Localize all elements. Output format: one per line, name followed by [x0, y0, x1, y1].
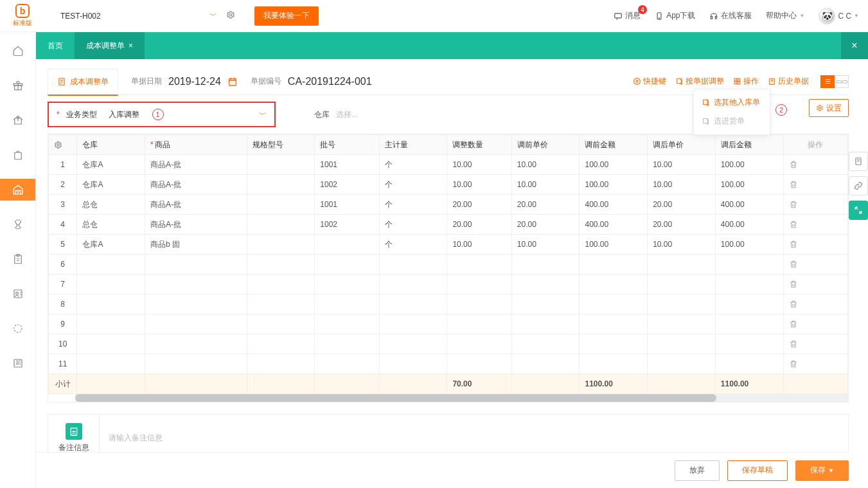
col-post-price[interactable]: 调后单价 — [648, 135, 716, 155]
cell-batch[interactable] — [315, 334, 379, 354]
close-icon[interactable]: × — [128, 41, 133, 50]
cell-product[interactable]: 商品A-批 — [145, 195, 247, 215]
col-spec[interactable]: 规格型号 — [247, 135, 315, 155]
cell-unit[interactable]: 个 — [379, 195, 447, 215]
cell-post-price[interactable] — [648, 255, 716, 275]
cell-post-amt[interactable]: 100.00 — [715, 235, 783, 255]
cell-post-amt[interactable]: 400.00 — [715, 215, 783, 235]
cell-pre-amt[interactable]: 100.00 — [580, 175, 648, 195]
messages-link[interactable]: 消息 4 — [614, 10, 641, 21]
cell-warehouse[interactable]: 总仓 — [77, 195, 145, 215]
save-draft-button[interactable]: 保存草稿 — [727, 460, 788, 481]
cell-product[interactable]: 商品b 固 — [145, 235, 247, 255]
cell-spec[interactable] — [247, 334, 315, 354]
discard-button[interactable]: 放弃 — [675, 460, 720, 481]
cell-spec[interactable] — [247, 255, 315, 275]
cell-warehouse[interactable] — [77, 275, 145, 294]
user-menu[interactable]: 🐼 C C ▼ — [819, 8, 859, 24]
cell-post-amt[interactable] — [715, 334, 783, 354]
cell-pre-amt[interactable] — [580, 334, 648, 354]
cell-pre-price[interactable] — [511, 314, 580, 334]
cell-pre-price[interactable]: 20.00 — [511, 215, 580, 235]
help-link[interactable]: 帮助中心 ▼ — [766, 10, 804, 21]
save-button[interactable]: 保存 ▼ — [795, 460, 849, 481]
cell-pre-price[interactable]: 10.00 — [511, 235, 580, 255]
cell-unit[interactable] — [379, 314, 447, 334]
table-row[interactable]: 6 — [49, 255, 848, 275]
cell-spec[interactable] — [247, 294, 315, 314]
calendar-icon[interactable] — [227, 77, 238, 87]
cell-post-price[interactable] — [648, 354, 716, 374]
operations-button[interactable]: 操作 — [733, 76, 759, 87]
table-row[interactable]: 8 — [49, 294, 848, 314]
cell-pre-price[interactable]: 10.00 — [511, 175, 580, 195]
cell-pre-price[interactable] — [511, 354, 580, 374]
cell-pre-price[interactable]: 20.00 — [511, 195, 580, 215]
cell-pre-amt[interactable]: 100.00 — [580, 155, 648, 175]
cell-pre-amt[interactable]: 400.00 — [580, 215, 648, 235]
view-grid-button[interactable]: ▭▭ — [835, 75, 849, 88]
tab-cost-adjust[interactable]: 成本调整单 × — [75, 32, 145, 59]
cell-unit[interactable] — [379, 354, 447, 374]
cell-product[interactable] — [145, 354, 247, 374]
row-delete-button[interactable] — [783, 195, 847, 215]
col-qty[interactable]: 调整数量 — [447, 135, 511, 155]
cell-batch[interactable] — [315, 275, 379, 294]
cell-warehouse[interactable] — [77, 255, 145, 275]
cell-post-price[interactable] — [648, 275, 716, 294]
view-list-button[interactable]: ☰ — [820, 75, 835, 88]
cell-qty[interactable] — [447, 255, 511, 275]
cell-pre-price[interactable] — [511, 334, 580, 354]
org-settings-icon[interactable] — [226, 10, 235, 21]
row-delete-button[interactable] — [783, 294, 847, 314]
cell-qty[interactable]: 10.00 — [447, 175, 511, 195]
cell-post-price[interactable]: 20.00 — [648, 215, 716, 235]
cell-unit[interactable]: 个 — [379, 215, 447, 235]
cell-product[interactable]: 商品A-批 — [145, 215, 247, 235]
cell-product[interactable] — [145, 314, 247, 334]
nav-home-icon[interactable] — [0, 40, 35, 62]
cell-batch[interactable] — [315, 354, 379, 374]
cell-qty[interactable]: 20.00 — [447, 215, 511, 235]
cell-post-amt[interactable]: 100.00 — [715, 175, 783, 195]
cell-batch[interactable]: 1002 — [315, 215, 379, 235]
cell-spec[interactable] — [247, 275, 315, 294]
cell-pre-amt[interactable] — [580, 275, 648, 294]
cell-post-price[interactable]: 10.00 — [648, 235, 716, 255]
cell-post-amt[interactable] — [715, 255, 783, 275]
cell-warehouse[interactable] — [77, 314, 145, 334]
nav-clipboard-icon[interactable] — [0, 248, 35, 270]
cell-unit[interactable]: 个 — [379, 175, 447, 195]
cell-spec[interactable] — [247, 175, 315, 195]
cell-pre-amt[interactable] — [580, 354, 648, 374]
nav-cycle-icon[interactable] — [0, 318, 35, 339]
cell-spec[interactable] — [247, 354, 315, 374]
col-product[interactable]: *商品 — [145, 135, 247, 155]
cell-spec[interactable] — [247, 155, 315, 175]
cell-batch[interactable] — [315, 294, 379, 314]
cell-spec[interactable] — [247, 215, 315, 235]
cell-product[interactable]: 商品A-批 — [145, 175, 247, 195]
cell-qty[interactable] — [447, 334, 511, 354]
cell-product[interactable] — [145, 334, 247, 354]
row-delete-button[interactable] — [783, 235, 847, 255]
cell-post-amt[interactable] — [715, 294, 783, 314]
cell-unit[interactable] — [379, 294, 447, 314]
row-delete-button[interactable] — [783, 354, 847, 374]
row-delete-button[interactable] — [783, 334, 847, 354]
table-row[interactable]: 2仓库A商品A-批1002个10.0010.00100.0010.00100.0… — [49, 175, 848, 195]
cell-batch[interactable]: 1001 — [315, 155, 379, 175]
cell-batch[interactable] — [315, 235, 379, 255]
cell-pre-amt[interactable]: 400.00 — [580, 195, 648, 215]
cell-product[interactable] — [145, 275, 247, 294]
cell-product[interactable]: 商品A-批 — [145, 155, 247, 175]
cell-post-amt[interactable] — [715, 275, 783, 294]
org-selector[interactable]: TEST-H002 ﹀ — [55, 6, 222, 26]
cell-spec[interactable] — [247, 195, 315, 215]
nav-contact-icon[interactable] — [0, 283, 35, 305]
row-delete-button[interactable] — [783, 155, 847, 175]
cell-pre-price[interactable] — [511, 255, 580, 275]
by-bill-adjust-button[interactable]: 按单据调整 — [675, 76, 724, 87]
cell-spec[interactable] — [247, 314, 315, 334]
cell-qty[interactable]: 20.00 — [447, 195, 511, 215]
